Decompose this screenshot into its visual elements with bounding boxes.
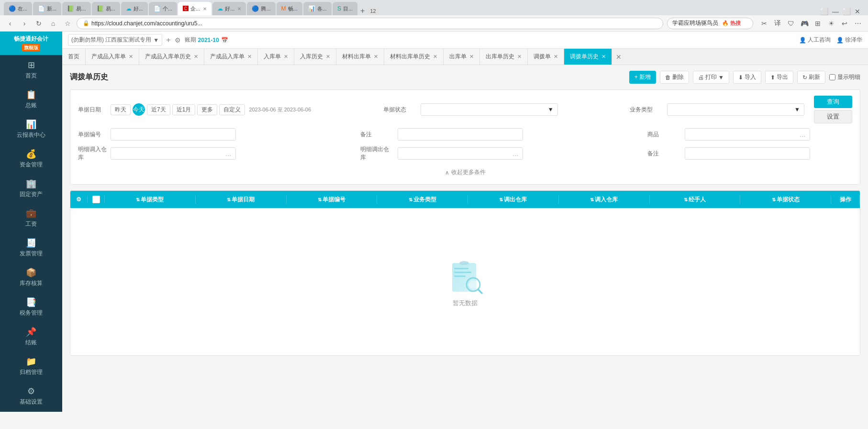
import-btn[interactable]: ⬇ 导入 xyxy=(733,71,761,84)
tab-close-5[interactable]: ✕ xyxy=(326,54,330,60)
app-tab-transfer[interactable]: 调拨单 ✕ xyxy=(528,49,564,65)
browser-tab-9[interactable]: 🔵 腾... xyxy=(247,2,275,15)
app-tab-products-in[interactable]: 产成品入库单 ✕ xyxy=(86,49,139,65)
date-btn-more[interactable]: 更多 xyxy=(197,104,217,115)
browser-tab-11[interactable]: 📊 各... xyxy=(303,2,332,15)
sidebar-item-guide[interactable]: 🎓 新手引导 xyxy=(0,411,62,412)
warehouse-out-input[interactable]: … xyxy=(398,147,523,160)
app-tab-home[interactable]: 首页 xyxy=(62,49,86,65)
browser-tool-2[interactable]: 译 xyxy=(772,18,783,29)
sidebar-item-inventory[interactable]: 📦 库存核算 xyxy=(0,263,62,292)
th-status[interactable]: ⇅ 单据状态 xyxy=(740,196,831,204)
print-btn[interactable]: 🖨 打印 ▼ xyxy=(693,71,729,84)
th-biztype[interactable]: ⇅ 业务类型 xyxy=(377,196,468,204)
browser-tab-4[interactable]: 📗 易... xyxy=(92,2,120,15)
note-input[interactable] xyxy=(685,147,810,160)
tab-close-2[interactable]: ✕ xyxy=(194,54,198,60)
browser-tool-4[interactable]: 🎮 xyxy=(799,18,810,29)
browser-tab-3[interactable]: 📗 易... xyxy=(62,2,90,15)
tab-close-7[interactable]: ✕ xyxy=(433,54,437,60)
sidebar-item-tax[interactable]: 📑 税务管理 xyxy=(0,292,62,322)
browser-tab-10[interactable]: M 畅... xyxy=(277,2,302,15)
delete-btn[interactable]: 🗑 删除 xyxy=(660,71,689,84)
sidebar-item-invoice[interactable]: 🧾 发票管理 xyxy=(0,233,62,263)
date-btn-7days[interactable]: 近7天 xyxy=(147,104,170,115)
browser-tool-1[interactable]: ✂ xyxy=(759,18,769,29)
forward-btn[interactable]: › xyxy=(19,18,30,29)
sidebar-item-assets[interactable]: 🏢 固定资产 xyxy=(0,174,62,203)
app-tab-instock[interactable]: 入库单 ✕ xyxy=(258,49,294,65)
tab-close-6[interactable]: ✕ xyxy=(374,54,378,60)
status-select[interactable]: ▼ xyxy=(421,103,558,116)
new-btn[interactable]: + 新增 xyxy=(629,71,656,84)
app-tab-material-out[interactable]: 材料出库单 ✕ xyxy=(336,49,384,65)
sidebar-item-report[interactable]: 📊 云报表中心 xyxy=(0,114,62,144)
th-docno[interactable]: ⇅ 单据编号 xyxy=(287,196,378,204)
dots-icon[interactable]: … xyxy=(799,131,806,138)
tab-icon-restore[interactable]: ⬜ xyxy=(820,8,828,15)
remark-input[interactable] xyxy=(398,128,523,141)
calendar-icon[interactable]: 📅 xyxy=(221,37,228,44)
tab-icon-maximize[interactable]: ⬜ xyxy=(843,8,851,15)
warehouse-in-input[interactable]: … xyxy=(111,147,236,160)
close-all-tabs-btn[interactable]: ✕ xyxy=(612,53,625,61)
app-tab-outstock-history[interactable]: 出库单历史 ✕ xyxy=(480,49,528,65)
sidebar-item-ledger[interactable]: 📋 总账 xyxy=(0,85,62,114)
browser-tool-5[interactable]: ⊞ xyxy=(812,18,823,29)
tab-icon-close[interactable]: ✕ xyxy=(855,8,860,15)
display-toggle[interactable]: 显示明细 xyxy=(829,73,860,81)
dots-icon-2[interactable]: … xyxy=(225,150,232,157)
add-company-btn[interactable]: + xyxy=(166,36,170,44)
refresh-browser-btn[interactable]: ↻ xyxy=(33,18,44,29)
th-settings[interactable]: ⚙ xyxy=(70,196,88,203)
browser-tab-5[interactable]: ☁ 好... xyxy=(121,2,148,15)
company-selector[interactable]: (勿删勿禁用) 江西服宝测试专用 ▼ xyxy=(68,34,162,46)
app-tab-products-in2[interactable]: 产成品入库单 ✕ xyxy=(204,49,258,65)
th-in-warehouse[interactable]: ⇅ 调入仓库 xyxy=(559,196,650,204)
browser-tab-12[interactable]: S 目... xyxy=(333,2,357,15)
refresh-btn[interactable]: ↻ 刷新 xyxy=(797,71,825,84)
date-btn-custom[interactable]: 自定义 xyxy=(219,104,245,115)
export-btn[interactable]: ⬆ 导出 xyxy=(765,71,793,84)
tab-close-10[interactable]: ✕ xyxy=(554,54,558,60)
th-type[interactable]: ⇅ 单据类型 xyxy=(105,196,196,204)
browser-tool-3[interactable]: 🛡 xyxy=(786,18,796,29)
docno-input[interactable] xyxy=(111,128,236,141)
select-all-checkbox[interactable] xyxy=(92,196,100,203)
date-btn-yesterday[interactable]: 昨天 xyxy=(111,104,131,115)
th-handler[interactable]: ⇅ 经手人 xyxy=(650,196,741,204)
browser-tool-6[interactable]: ☀ xyxy=(826,18,836,29)
service-btn[interactable]: 👤 人工咨询 xyxy=(799,36,831,44)
sidebar-item-settings[interactable]: ⚙ 基础设置 xyxy=(0,381,62,411)
th-checkbox[interactable] xyxy=(88,196,105,203)
sidebar-item-capital[interactable]: 💰 资金管理 xyxy=(0,144,62,174)
browser-tab-6[interactable]: 📄 个... xyxy=(149,2,177,15)
sidebar-item-archive[interactable]: 📁 归档管理 xyxy=(0,352,62,381)
browser-tab-2[interactable]: 📄 新... xyxy=(33,2,61,15)
tab-icon-minimize[interactable]: — xyxy=(832,8,839,15)
goods-input[interactable]: … xyxy=(685,128,810,141)
user-btn[interactable]: 👤 徐泽华 xyxy=(836,36,862,44)
app-tab-transfer-history[interactable]: 调拨单历史 ✕ xyxy=(564,49,612,65)
query-btn[interactable]: 查询 xyxy=(814,96,852,108)
tab-close-8[interactable]: ✕ xyxy=(469,54,474,60)
biztype-select[interactable]: ▼ xyxy=(667,103,804,116)
date-btn-today[interactable]: 今天 xyxy=(133,103,145,116)
app-tab-outstock[interactable]: 出库单 ✕ xyxy=(444,49,480,65)
display-checkbox[interactable] xyxy=(829,74,835,80)
home-btn[interactable]: ⌂ xyxy=(48,18,58,29)
collapse-btn[interactable]: ∧ 收起更多条件 xyxy=(443,166,488,178)
bookmark-btn[interactable]: ☆ xyxy=(62,18,73,29)
tab-close-3[interactable]: ✕ xyxy=(247,54,252,60)
date-btn-1month[interactable]: 近1月 xyxy=(172,104,196,115)
tab-close-4[interactable]: ✕ xyxy=(284,54,288,60)
th-out-warehouse[interactable]: ⇅ 调出仓库 xyxy=(468,196,559,204)
sidebar-item-payroll[interactable]: 💼 工资 xyxy=(0,203,62,233)
browser-tab-8[interactable]: ☁ 好... ✕ xyxy=(212,2,246,15)
th-date[interactable]: ⇅ 单据日期 xyxy=(196,196,287,204)
tab-close-11[interactable]: ✕ xyxy=(601,54,606,60)
tab-close-9[interactable]: ✕ xyxy=(517,54,522,60)
dots-icon-3[interactable]: … xyxy=(512,150,519,157)
back-btn[interactable]: ‹ xyxy=(5,18,15,29)
browser-tool-7[interactable]: ↩ xyxy=(839,18,850,29)
